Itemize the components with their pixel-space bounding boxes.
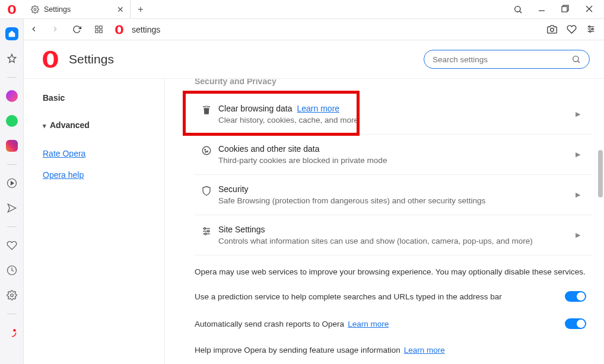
opt-label: Automatically send crash reports to Oper… bbox=[195, 320, 344, 328]
row-security[interactable]: Security Safe Browsing (protection from … bbox=[195, 175, 592, 215]
svg-point-13 bbox=[592, 28, 593, 30]
window-close-button[interactable] bbox=[584, 5, 595, 14]
settings-main: Security and Privacy Clear browsing data… bbox=[165, 79, 604, 364]
row-desc: Third-party cookies are blocked in priva… bbox=[218, 156, 570, 165]
sidebar-link-rate[interactable]: Rate Opera bbox=[43, 149, 164, 158]
svg-rect-4 bbox=[96, 26, 98, 28]
tab-close-icon[interactable]: ✕ bbox=[117, 5, 124, 14]
row-desc: Safe Browsing (protection from dangerous… bbox=[218, 196, 570, 205]
opt-prediction: Use a prediction service to help complet… bbox=[195, 283, 592, 310]
heart-icon[interactable] bbox=[567, 24, 577, 34]
row-title: Security bbox=[218, 184, 570, 194]
opt-usage: Help improve Opera by sending feature us… bbox=[195, 337, 592, 363]
row-cookies[interactable]: Cookies and other site data Third-party … bbox=[195, 135, 592, 175]
player-icon[interactable] bbox=[5, 177, 18, 190]
svg-point-23 bbox=[207, 151, 208, 152]
messenger-icon[interactable] bbox=[5, 90, 18, 103]
services-note: Opera may use web services to improve yo… bbox=[195, 256, 592, 283]
opt-learn-more[interactable]: Learn more bbox=[404, 346, 445, 355]
svg-point-24 bbox=[205, 152, 206, 153]
opt-learn-more[interactable]: Learn more bbox=[348, 320, 389, 328]
side-rail bbox=[0, 19, 24, 364]
new-tab-button[interactable]: + bbox=[131, 4, 151, 15]
page-title: Settings bbox=[69, 52, 114, 66]
svg-rect-7 bbox=[100, 30, 102, 33]
chevron-right-icon: ▶ bbox=[576, 110, 580, 118]
address-text[interactable]: settings bbox=[132, 25, 160, 34]
window-minimize-button[interactable] bbox=[536, 5, 547, 14]
row-clear-browsing-data[interactable]: Clear browsing dataLearn more Clear hist… bbox=[195, 94, 592, 135]
window-maximize-button[interactable] bbox=[560, 5, 571, 14]
home-icon[interactable] bbox=[5, 27, 18, 40]
gear-icon bbox=[31, 5, 39, 14]
settings-sidebar: Basic Advanced Rate Opera Opera help bbox=[24, 79, 165, 364]
history-icon[interactable] bbox=[5, 264, 18, 277]
settings-gear-icon[interactable] bbox=[5, 289, 18, 302]
svg-point-30 bbox=[205, 233, 206, 235]
cookie-icon bbox=[195, 144, 218, 156]
svg-point-14 bbox=[589, 31, 591, 33]
svg-rect-3 bbox=[562, 7, 567, 12]
nav-back-button[interactable] bbox=[30, 25, 38, 34]
instagram-icon[interactable] bbox=[5, 139, 18, 152]
shield-icon bbox=[195, 184, 218, 196]
svg-point-20 bbox=[573, 56, 578, 62]
svg-point-12 bbox=[589, 26, 590, 28]
toggle-crash[interactable] bbox=[565, 318, 586, 329]
sidebar-link-help[interactable]: Opera help bbox=[43, 170, 164, 180]
svg-point-28 bbox=[204, 228, 206, 229]
whatsapp-icon[interactable] bbox=[5, 114, 18, 127]
row-title: Clear browsing data bbox=[218, 104, 293, 113]
sidebar-item-basic[interactable]: Basic bbox=[43, 93, 164, 103]
pinboard-icon[interactable] bbox=[5, 52, 18, 65]
toggle-prediction[interactable] bbox=[565, 291, 586, 302]
section-title: Security and Privacy bbox=[195, 79, 592, 86]
svg-point-19 bbox=[13, 329, 16, 332]
row-title: Cookies and other site data bbox=[218, 144, 570, 154]
tab-label: Settings bbox=[44, 5, 71, 14]
opera-o-icon bbox=[114, 24, 125, 35]
chevron-right-icon: ▶ bbox=[576, 151, 580, 158]
row-desc: Controls what information sites can use … bbox=[218, 237, 570, 245]
update-icon[interactable] bbox=[5, 326, 18, 339]
svg-point-1 bbox=[515, 6, 520, 11]
snapshot-icon[interactable] bbox=[547, 24, 557, 34]
scrollbar-thumb[interactable] bbox=[598, 150, 603, 197]
opt-label: Use a prediction service to help complet… bbox=[195, 292, 502, 301]
search-tabs-icon[interactable] bbox=[513, 5, 523, 14]
search-settings-box[interactable] bbox=[424, 50, 590, 69]
easy-setup-icon[interactable] bbox=[586, 24, 596, 34]
opt-crash: Automatically send crash reports to Oper… bbox=[195, 310, 592, 337]
opt-label: Help improve Opera by sending feature us… bbox=[195, 346, 400, 355]
browser-toolbar: settings bbox=[0, 19, 604, 40]
window-titlebar: Settings ✕ + bbox=[0, 0, 604, 19]
svg-rect-6 bbox=[96, 30, 98, 33]
svg-point-8 bbox=[551, 28, 554, 31]
nav-reload-button[interactable] bbox=[72, 25, 81, 34]
svg-point-22 bbox=[205, 149, 206, 151]
svg-point-29 bbox=[208, 231, 209, 232]
nav-speeddial-button[interactable] bbox=[94, 25, 103, 34]
svg-point-21 bbox=[202, 146, 211, 155]
svg-point-0 bbox=[34, 8, 36, 11]
sliders-icon bbox=[195, 225, 218, 237]
row-title: Site Settings bbox=[218, 225, 570, 234]
search-settings-input[interactable] bbox=[433, 55, 571, 64]
svg-point-17 bbox=[10, 294, 13, 297]
send-icon[interactable] bbox=[5, 202, 18, 215]
nav-forward-button[interactable] bbox=[51, 25, 59, 34]
chevron-right-icon: ▶ bbox=[576, 191, 580, 199]
opera-logo-icon bbox=[0, 4, 24, 15]
sidebar-item-advanced[interactable]: Advanced bbox=[43, 120, 164, 130]
chevron-right-icon: ▶ bbox=[576, 231, 580, 239]
opera-logo-large-icon bbox=[40, 49, 61, 69]
heart-rail-icon[interactable] bbox=[5, 239, 18, 252]
tab-settings[interactable]: Settings ✕ bbox=[24, 0, 131, 19]
row-learn-more[interactable]: Learn more bbox=[297, 104, 340, 113]
row-site-settings[interactable]: Site Settings Controls what information … bbox=[195, 215, 592, 256]
svg-rect-5 bbox=[100, 26, 102, 28]
settings-header: Settings bbox=[24, 40, 604, 79]
search-icon bbox=[571, 55, 581, 64]
trash-icon bbox=[195, 104, 218, 116]
row-desc: Clear history, cookies, cache, and more bbox=[218, 116, 570, 124]
